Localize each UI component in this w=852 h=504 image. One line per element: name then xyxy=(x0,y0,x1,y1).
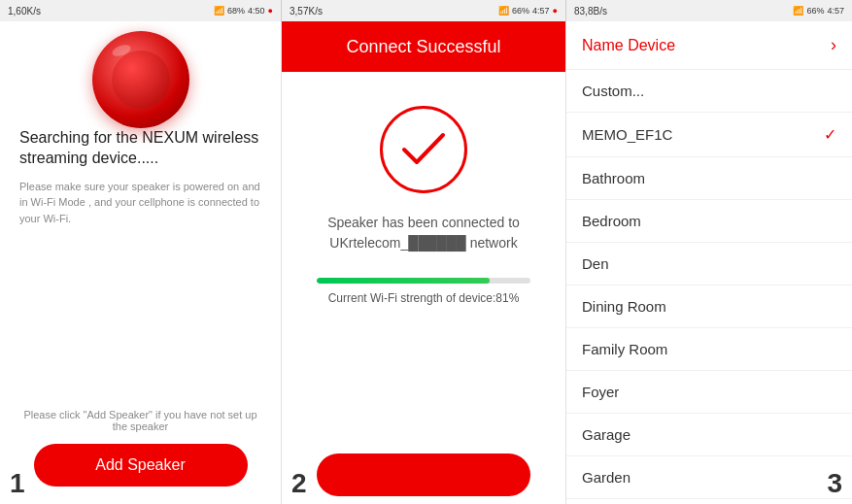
dot-2: ● xyxy=(553,6,558,16)
device-item-label: Family Room xyxy=(582,341,667,357)
dot-1: ● xyxy=(268,6,273,16)
device-item-label: Dining Room xyxy=(582,298,666,315)
connect-message: Speaker has been connected to UKrtelecom… xyxy=(282,213,565,253)
speaker-inner xyxy=(112,50,170,109)
list-item[interactable]: Custom... xyxy=(566,70,852,113)
list-item[interactable]: Dining Room xyxy=(566,286,852,328)
time-3: 4:57 xyxy=(827,6,844,16)
battery-2: 66% xyxy=(512,6,529,16)
status-bar-3: 83,8B/s 📶 66% 4:57 xyxy=(566,0,852,21)
add-speaker-hint: Please click "Add Speaker" if you have n… xyxy=(19,409,261,432)
list-item[interactable]: Guest Room xyxy=(566,499,852,504)
status-icons-3: 📶 66% 4:57 xyxy=(793,6,844,16)
main-content: Searching for the NEXUM wireless streami… xyxy=(0,21,852,504)
list-item[interactable]: Den xyxy=(566,243,852,286)
list-item[interactable]: Garden xyxy=(566,456,852,499)
status-icons-1: 📶 68% 4:50 ● xyxy=(214,6,273,16)
battery-3: 66% xyxy=(806,6,824,16)
panel3-number: 3 xyxy=(827,468,842,499)
panel-search: Searching for the NEXUM wireless streami… xyxy=(0,21,282,504)
status-bar-2: 3,57K/s 📶 66% 4:57 ● xyxy=(282,0,566,21)
connect-header: Connect Successful xyxy=(282,21,565,72)
signal-icon-2: 📶 xyxy=(498,6,509,16)
signal-icon-1: 📶 xyxy=(214,6,224,16)
list-item[interactable]: Garage xyxy=(566,414,852,456)
status-speed-3: 83,8B/s xyxy=(574,6,607,17)
panel2-button[interactable] xyxy=(317,454,530,496)
selected-checkmark-icon: ✓ xyxy=(824,125,836,144)
search-title: Searching for the NEXUM wireless streami… xyxy=(19,128,261,169)
time-1: 4:50 xyxy=(248,6,265,16)
status-speed-2: 3,57K/s xyxy=(290,6,323,17)
status-icons-2: 📶 66% 4:57 ● xyxy=(498,6,558,16)
checkmark-icon xyxy=(399,130,448,169)
battery-1: 68% xyxy=(227,6,245,16)
status-bars: 1,60K/s 📶 68% 4:50 ● 3,57K/s 📶 66% 4:57 … xyxy=(0,0,852,21)
device-list: Custom...MEMO_EF1C✓BathroomBedroomDenDin… xyxy=(566,70,852,504)
device-item-label: MEMO_EF1C xyxy=(582,126,672,143)
time-2: 4:57 xyxy=(532,6,550,16)
speaker-logo xyxy=(92,31,189,128)
panel2-number: 2 xyxy=(291,468,307,499)
connect-successful-title: Connect Successful xyxy=(346,37,500,57)
device-item-label: Foyer xyxy=(582,384,619,400)
device-item-label: Bedroom xyxy=(582,213,641,229)
connect-message-text: Speaker has been connected to UKrtelecom… xyxy=(327,215,520,251)
status-speed-1: 1,60K/s xyxy=(8,6,41,17)
search-desc: Please make sure your speaker is powered… xyxy=(19,179,261,227)
add-speaker-button[interactable]: Add Speaker xyxy=(34,444,248,487)
wifi-strength-bar xyxy=(317,278,530,284)
device-item-label: Custom... xyxy=(582,83,644,99)
panel-connect: Connect Successful Speaker has been conn… xyxy=(282,21,566,504)
signal-icon-3: 📶 xyxy=(793,6,803,16)
wifi-strength-text: Current Wi-Fi strength of device:81% xyxy=(328,291,520,305)
device-item-label: Garden xyxy=(582,469,630,486)
checkmark-circle xyxy=(380,106,467,193)
list-item[interactable]: Family Room xyxy=(566,328,852,371)
name-device-title: Name Device xyxy=(582,37,675,54)
device-item-label: Den xyxy=(582,255,609,272)
panel-name-device: Name Device › Custom...MEMO_EF1C✓Bathroo… xyxy=(566,21,852,504)
list-item[interactable]: Bathroom xyxy=(566,157,852,200)
wifi-strength-fill xyxy=(317,278,490,284)
chevron-right-icon: › xyxy=(831,35,836,55)
list-item[interactable]: Bedroom xyxy=(566,200,852,243)
device-item-label: Garage xyxy=(582,426,630,443)
status-bar-1: 1,60K/s 📶 68% 4:50 ● xyxy=(0,0,282,21)
name-device-header[interactable]: Name Device › xyxy=(566,21,852,70)
panel1-number: 1 xyxy=(10,468,25,499)
list-item[interactable]: Foyer xyxy=(566,371,852,414)
device-item-label: Bathroom xyxy=(582,170,645,186)
list-item[interactable]: MEMO_EF1C✓ xyxy=(566,113,852,157)
